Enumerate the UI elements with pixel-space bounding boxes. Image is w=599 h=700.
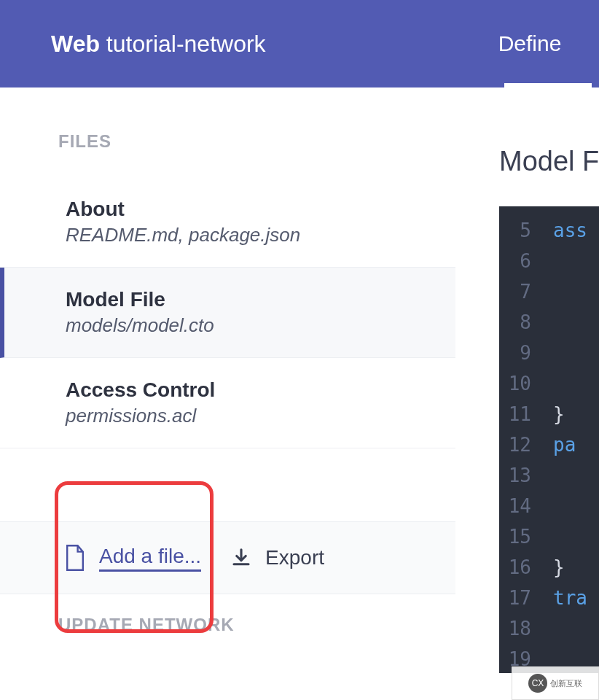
update-network-label: UPDATE NETWORK: [0, 615, 455, 635]
tab-define[interactable]: Define: [461, 0, 599, 88]
line-content: [540, 491, 553, 521]
file-subtitle: README.md, package.json: [66, 224, 455, 246]
code-line: 5ass: [499, 215, 599, 246]
code-line: 10: [499, 368, 599, 399]
file-title: Model File: [66, 288, 455, 311]
main-area: FILES About README.md, package.json Mode…: [0, 88, 599, 700]
file-subtitle: models/model.cto: [66, 314, 455, 337]
line-content: tra: [540, 583, 587, 613]
line-content: [540, 246, 553, 276]
file-item-model[interactable]: Model File models/model.cto: [0, 268, 455, 358]
network-title: Web tutorial-network: [0, 31, 266, 58]
line-number: 6: [499, 246, 540, 276]
line-number: 16: [499, 552, 540, 583]
files-sidebar: FILES About README.md, package.json Mode…: [0, 88, 455, 700]
export-button[interactable]: Export: [230, 545, 324, 571]
code-line: 12pa: [499, 429, 599, 460]
line-content: ass: [540, 215, 587, 246]
file-icon: [64, 545, 86, 571]
code-line: 16}: [499, 552, 599, 583]
title-prefix: Web: [51, 31, 100, 57]
line-content: [540, 307, 553, 338]
line-content: [540, 613, 553, 644]
code-editor[interactable]: 5ass67891011}12pa13141516}17tra181920}: [499, 206, 599, 673]
line-content: [540, 460, 553, 491]
files-section-label: FILES: [0, 131, 455, 152]
watermark-logo: CX: [528, 674, 547, 693]
line-content: [540, 276, 553, 307]
line-number: 5: [499, 215, 540, 246]
editor-title: Model F: [455, 146, 599, 177]
code-line: 13: [499, 460, 599, 491]
watermark-text: 创新互联: [550, 678, 582, 689]
line-number: 7: [499, 276, 540, 307]
code-line: 9: [499, 338, 599, 368]
watermark: CX 创新互联: [512, 666, 599, 700]
line-number: 11: [499, 399, 540, 429]
code-line: 14: [499, 491, 599, 521]
line-number: 13: [499, 460, 540, 491]
code-line: 8: [499, 307, 599, 338]
file-item-access-control[interactable]: Access Control permissions.acl: [0, 358, 455, 448]
file-title: About: [66, 198, 455, 221]
line-number: 15: [499, 521, 540, 552]
code-line: 15: [499, 521, 599, 552]
editor-pane: Model F 5ass67891011}12pa13141516}17tra1…: [455, 88, 599, 700]
file-subtitle: permissions.acl: [66, 405, 455, 427]
line-content: [540, 368, 553, 399]
line-content: }: [540, 552, 565, 583]
line-content: }: [540, 399, 565, 429]
line-number: 17: [499, 583, 540, 613]
line-content: [540, 338, 553, 368]
export-icon: [230, 545, 252, 571]
code-line: 18: [499, 613, 599, 644]
title-name: tutorial-network: [106, 31, 266, 57]
line-content: [540, 521, 553, 552]
add-file-label: Add a file...: [99, 545, 201, 572]
line-number: 14: [499, 491, 540, 521]
line-number: 10: [499, 368, 540, 399]
app-header: Web tutorial-network Define: [0, 0, 599, 88]
file-title: Access Control: [66, 378, 455, 402]
code-line: 7: [499, 276, 599, 307]
file-item-about[interactable]: About README.md, package.json: [0, 177, 455, 268]
export-label: Export: [265, 546, 324, 569]
code-line: 6: [499, 246, 599, 276]
line-number: 18: [499, 613, 540, 644]
line-number: 12: [499, 429, 540, 460]
code-line: 17tra: [499, 583, 599, 613]
line-number: 8: [499, 307, 540, 338]
line-number: 9: [499, 338, 540, 368]
file-actions-row: Add a file... Export: [0, 521, 455, 594]
code-line: 11}: [499, 399, 599, 429]
line-content: pa: [540, 429, 576, 460]
add-file-button[interactable]: Add a file...: [64, 545, 201, 572]
